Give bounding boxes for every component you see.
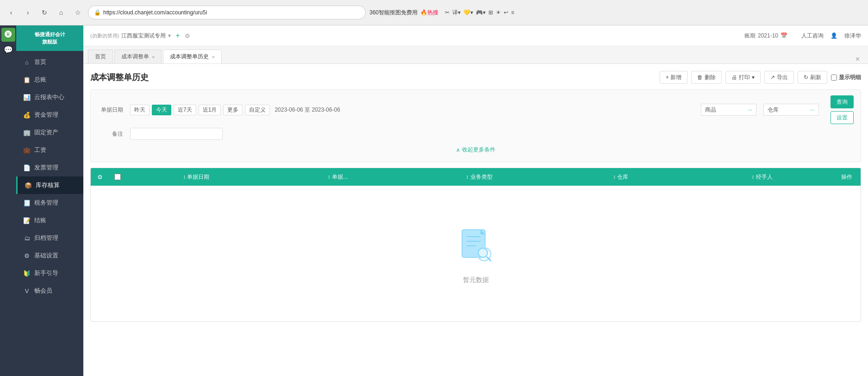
- print-button[interactable]: 🖨 打印 ▾: [725, 71, 761, 84]
- column-settings-icon[interactable]: ⚙: [91, 174, 109, 181]
- date-btn-custom[interactable]: 自定义: [245, 105, 270, 115]
- tab-cost-adjust-history-close[interactable]: ×: [212, 54, 214, 60]
- refresh-label: 刷新: [810, 74, 821, 81]
- delete-label: 删除: [705, 74, 716, 81]
- calendar-icon[interactable]: 📅: [781, 32, 787, 39]
- collapse-button[interactable]: ∧ 收起更多条件: [98, 144, 854, 156]
- date-filter-label: 单据日期: [98, 106, 123, 114]
- tab-cost-adjust-label: 成本调整单: [121, 53, 149, 61]
- nav-icon-首页: ⌂: [23, 59, 31, 66]
- search-button-label: 查询: [837, 98, 848, 106]
- delete-button[interactable]: 🗑 删除: [691, 71, 722, 84]
- sidebar-item-首页[interactable]: ⌂首页: [16, 53, 83, 71]
- address-bar[interactable]: 🔒 https://cloud.chanjet.com/accounting/u…: [88, 6, 366, 19]
- tab-cost-adjust[interactable]: 成本调整单 ×: [114, 50, 162, 63]
- col-warehouse-label: ↕ 仓库: [613, 173, 628, 181]
- display-cols-toggle[interactable]: 显示明细: [831, 74, 861, 81]
- period-display: 账期 2021-10 📅: [744, 32, 787, 40]
- main-sidebar: 畅捷通好会计 旗舰版 ⌂首页📋总账📊云报表中心💰资金管理🏢固定资产💼工资📄发票管…: [16, 25, 83, 376]
- col-warehouse[interactable]: ↕ 仓库: [550, 173, 692, 181]
- sidebar-item-结账[interactable]: 📝结账: [16, 212, 83, 229]
- nav-icon-发票管理: 📄: [23, 164, 31, 171]
- sidebar-item-发票管理[interactable]: 📄发票管理: [16, 159, 83, 176]
- export-icon: ↗: [770, 74, 775, 81]
- new-button[interactable]: + 新增: [660, 71, 687, 84]
- sidebar-item-税务管理[interactable]: 🧾税务管理: [16, 194, 83, 212]
- tab-home-label: 首页: [95, 53, 106, 61]
- display-cols-label: 显示明细: [839, 74, 861, 81]
- company-name: 江西服宝测试专用: [121, 32, 166, 40]
- sidebar-item-归档管理[interactable]: 🗂归档管理: [16, 229, 83, 247]
- tab-cost-adjust-close[interactable]: ×: [152, 54, 155, 60]
- star-button[interactable]: ☆: [71, 6, 84, 19]
- refresh-button[interactable]: ↻: [38, 6, 51, 19]
- tab-close-all[interactable]: ×: [852, 55, 863, 63]
- date-btn-yesterday[interactable]: 昨天: [130, 105, 150, 115]
- nav-label-畅会员: 畅会员: [34, 287, 52, 295]
- actions-label: 操作: [841, 173, 852, 181]
- col-actions-label: 操作: [833, 173, 861, 181]
- filter-area: 单据日期 昨天 今天 近7天 近1月 更多 自定义 2023-06-06 至 2…: [90, 89, 861, 162]
- select-all-checkbox[interactable]: [114, 174, 121, 180]
- goods-filter[interactable]: 商品 ···: [701, 104, 756, 116]
- note-filter-label: 备注: [98, 130, 123, 138]
- sidebar-item-工资[interactable]: 💼工资: [16, 141, 83, 159]
- page-actions: + 新增 🗑 删除 🖨 打印 ▾ ↗ 导出 ↻: [660, 71, 861, 84]
- sidebar-item-总账[interactable]: 📋总账: [16, 71, 83, 88]
- ssl-lock-icon: 🔒: [94, 9, 101, 16]
- date-btn-7days[interactable]: 近7天: [174, 105, 196, 115]
- select-all-checkbox-container: [109, 174, 125, 180]
- forward-button[interactable]: ›: [21, 6, 34, 19]
- sidebar-item-库存核算[interactable]: 📦库存核算: [16, 176, 83, 194]
- empty-text: 暂元数据: [463, 276, 489, 284]
- note-filter-input[interactable]: [130, 128, 223, 140]
- date-btn-1month[interactable]: 近1月: [199, 105, 221, 115]
- company-dropdown-icon[interactable]: ▾: [168, 32, 171, 39]
- home-button[interactable]: ⌂: [55, 6, 68, 19]
- tabs-bar: 首页 成本调整单 × 成本调整单历史 × ×: [83, 46, 868, 64]
- export-button[interactable]: ↗ 导出: [764, 71, 794, 84]
- filter-row-note: 备注: [98, 128, 854, 140]
- empty-icon: [453, 223, 499, 269]
- toolbar-menu: ≡: [511, 9, 514, 16]
- hot-search-label: 🔥热搜: [420, 9, 438, 17]
- search-label: 360智能抠图免费用: [369, 9, 418, 17]
- sidebar-item-云报表中心[interactable]: 📊云报表中心: [16, 88, 83, 106]
- delete-icon: 🗑: [697, 74, 703, 81]
- col-date[interactable]: ↕ 单据日期: [125, 173, 267, 181]
- sidebar-item-新手引导[interactable]: 🔰新手引导: [16, 264, 83, 282]
- add-icon[interactable]: +: [175, 31, 180, 40]
- col-biz-type[interactable]: ↕ 业务类型: [408, 173, 550, 181]
- date-btn-today[interactable]: 今天: [152, 105, 171, 115]
- sidebar-item-基础设置[interactable]: ⚙基础设置: [16, 247, 83, 264]
- sidebar-item-资金管理[interactable]: 💰资金管理: [16, 106, 83, 124]
- col-doc-no[interactable]: ↕ 单据...: [267, 173, 409, 181]
- nav-label-库存核算: 库存核算: [36, 181, 60, 189]
- date-btn-more[interactable]: 更多: [223, 105, 243, 115]
- refresh-button-page[interactable]: ↻ 刷新: [798, 71, 827, 84]
- nav-label-资金管理: 资金管理: [34, 111, 58, 119]
- tab-cost-adjust-history[interactable]: 成本调整单历史 ×: [163, 50, 221, 63]
- nav-label-固定资产: 固定资产: [34, 128, 58, 137]
- page-title-text: 成本调整单历史: [90, 72, 149, 83]
- user-name: 徐泽华: [844, 32, 861, 40]
- nav-label-工资: 工资: [34, 146, 46, 154]
- consult-link[interactable]: 人工咨询: [801, 32, 824, 40]
- sidebar-item-畅会员[interactable]: V畅会员: [16, 282, 83, 300]
- setting-button[interactable]: 设置: [831, 111, 854, 124]
- export-label: 导出: [777, 74, 788, 81]
- sidebar-item-固定资产[interactable]: 🏢固定资产: [16, 124, 83, 141]
- icon-sidebar-msg[interactable]: 💬: [1, 43, 15, 56]
- display-cols-checkbox[interactable]: [831, 75, 837, 81]
- nav-icon-库存核算: 📦: [25, 182, 32, 189]
- tab-home[interactable]: 首页: [88, 50, 113, 63]
- search-button[interactable]: 查询: [831, 95, 854, 108]
- svg-point-5: [478, 248, 487, 257]
- back-button[interactable]: ‹: [5, 6, 18, 19]
- col-handler[interactable]: ↕ 经手人: [691, 173, 833, 181]
- warehouse-filter[interactable]: 仓库 ···: [763, 104, 819, 116]
- nav-label-新手引导: 新手引导: [34, 269, 58, 277]
- url-text: https://cloud.chanjet.com/accounting/uru…: [103, 9, 207, 16]
- icon-sidebar-weibo[interactable]: 🅦: [1, 28, 15, 42]
- settings-icon[interactable]: ⚙: [185, 32, 190, 39]
